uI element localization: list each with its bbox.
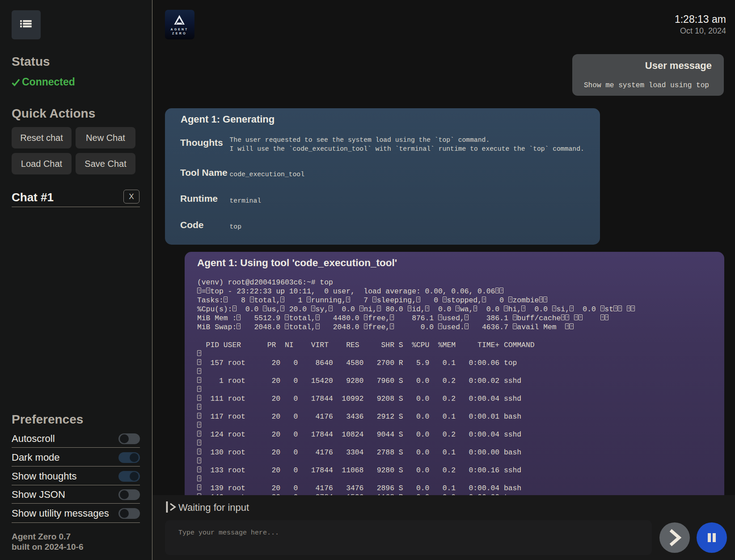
svg-text:AGENT: AGENT bbox=[171, 28, 189, 31]
svg-text:ZERO: ZERO bbox=[172, 32, 187, 35]
